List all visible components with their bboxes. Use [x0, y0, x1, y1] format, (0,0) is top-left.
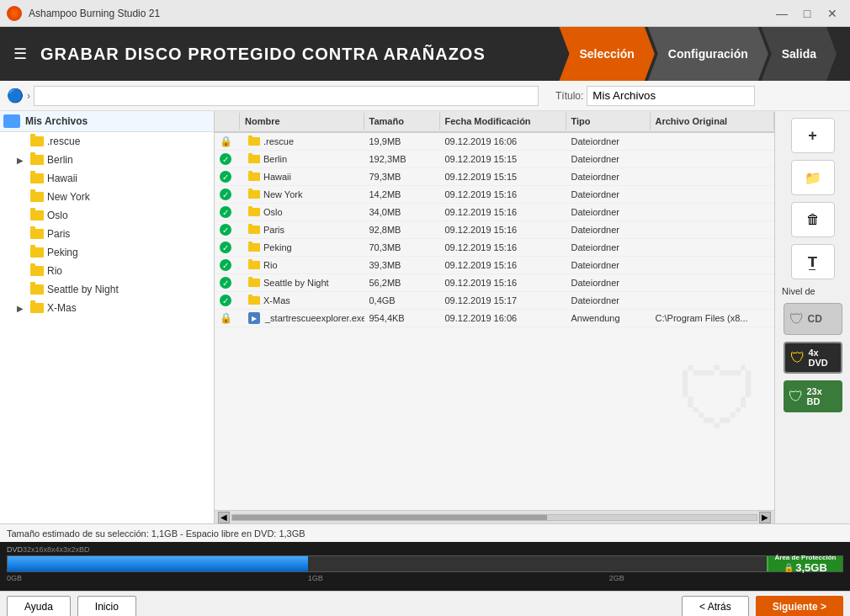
tree-label: Rio	[47, 265, 62, 277]
header-status[interactable]	[215, 113, 240, 130]
horizontal-scrollbar[interactable]: ◀ ▶	[215, 510, 774, 523]
nav-arrow: ›	[27, 90, 30, 102]
tree-item-seattle[interactable]: Seattle by Night	[0, 280, 214, 299]
file-name: Peking	[240, 239, 364, 256]
size-1gb: 1GB	[308, 574, 323, 582]
text-button[interactable]: T̲	[791, 244, 835, 279]
file-status: ✓	[215, 186, 240, 203]
expand-icon[interactable]: ▶	[17, 156, 30, 165]
titlebar-controls: — □ ✕	[771, 4, 843, 23]
table-row[interactable]: ✓ New York 14,2MB 09.12.2019 15:16 Datei…	[215, 186, 774, 204]
file-rows: 🔒 .rescue 19,9MB 09.12.2019 16:06 Dateio…	[215, 133, 774, 327]
tree-item-xmas[interactable]: ▶ X-Mas	[0, 299, 214, 317]
file-original	[651, 274, 775, 291]
folder-icon	[30, 247, 44, 258]
file-name: X-Mas	[240, 292, 364, 309]
table-row[interactable]: ✓ Hawaii 79,3MB 09.12.2019 15:15 Dateior…	[215, 168, 774, 186]
file-name: Berlin	[240, 151, 364, 167]
table-row[interactable]: ✓ X-Mas 0,4GB 09.12.2019 15:17 Dateiordn…	[215, 292, 774, 310]
title-input[interactable]	[587, 86, 755, 106]
dvd-info: 4x DVD	[809, 348, 828, 368]
progress-bar: Área de Protección 🔒 3,5GB	[7, 555, 843, 572]
expand-icon[interactable]: ▶	[17, 304, 30, 313]
status-ok-icon: ✓	[220, 206, 231, 218]
tree-item-berlin[interactable]: ▶ Berlin	[0, 151, 214, 169]
next-button[interactable]: Siguiente >	[756, 596, 843, 617]
tree-root[interactable]: Mis Archivos	[0, 111, 214, 132]
header-type[interactable]: Tipo	[566, 113, 651, 130]
add-button[interactable]: +	[791, 118, 835, 153]
trash-icon: 🗑	[806, 212, 820, 227]
tree-item-new-york[interactable]: New York	[0, 188, 214, 206]
table-row[interactable]: 🔒 .rescue 19,9MB 09.12.2019 16:06 Dateio…	[215, 133, 774, 151]
table-row[interactable]: ✓ Peking 70,3MB 09.12.2019 15:16 Dateior…	[215, 239, 774, 257]
dvd-button[interactable]: 🛡 4x DVD	[784, 342, 842, 374]
file-size: 56,2MB	[364, 274, 440, 291]
add-folder-button[interactable]: 📁	[791, 160, 835, 195]
table-row[interactable]: 🔒 ▶_startrescueexplorer.exe 954,4KB 09.1…	[215, 310, 774, 327]
file-name: New York	[240, 186, 364, 203]
file-folder-icon	[248, 279, 260, 287]
file-size: 14,2MB	[364, 186, 440, 203]
file-type: Dateiordner	[566, 186, 651, 203]
file-original	[651, 204, 775, 220]
dvd-shield-icon: 🛡	[790, 349, 805, 367]
tree-item-oslo[interactable]: Oslo	[0, 206, 214, 225]
bd-button[interactable]: 🛡 23x BD	[784, 380, 842, 412]
tab-configuracion[interactable]: Configuración	[648, 27, 768, 81]
table-row[interactable]: ✓ Seattle by Night 56,2MB 09.12.2019 15:…	[215, 274, 774, 292]
header-name[interactable]: Nombre	[240, 113, 364, 130]
titlebar-left: Ashampoo Burning Studio 21	[7, 6, 160, 21]
scroll-track[interactable]	[231, 514, 757, 521]
dvd-label: DVD	[809, 358, 828, 368]
tree-item-paris[interactable]: Paris	[0, 225, 214, 243]
tree-item-rescue[interactable]: .rescue	[0, 132, 214, 151]
file-date: 09.12.2019 15:17	[440, 292, 566, 309]
speed-bd: BD	[79, 545, 90, 554]
maximize-button[interactable]: □	[796, 4, 818, 23]
header-date[interactable]: Fecha Modificación	[440, 113, 566, 130]
file-date: 09.12.2019 15:16	[440, 257, 566, 273]
file-type: Dateiordner	[566, 204, 651, 220]
minimize-button[interactable]: —	[771, 4, 793, 23]
bd-speed: 23x	[807, 386, 822, 396]
tree-item-hawaii[interactable]: Hawaii	[0, 169, 214, 188]
status-ok-icon: ✓	[220, 295, 231, 306]
tab-salida[interactable]: Salida	[762, 27, 837, 81]
file-folder-icon	[248, 208, 260, 216]
menu-icon[interactable]: ☰	[13, 45, 27, 63]
table-row[interactable]: ✓ Oslo 34,0MB 09.12.2019 15:16 Dateiordn…	[215, 204, 774, 221]
tab-seleccion[interactable]: Selección	[559, 27, 654, 81]
table-row[interactable]: ✓ Paris 92,8MB 09.12.2019 15:16 Dateiord…	[215, 221, 774, 239]
speed-3x: 3x	[63, 545, 72, 554]
table-row[interactable]: ✓ Rio 39,3MB 09.12.2019 15:16 Dateiordne…	[215, 257, 774, 274]
nav-icon: 🔵	[7, 88, 24, 104]
tree-item-peking[interactable]: Peking	[0, 243, 214, 262]
file-date: 09.12.2019 15:15	[440, 151, 566, 167]
file-name: .rescue	[240, 133, 364, 150]
back-button[interactable]: < Atrás	[682, 596, 749, 617]
file-date: 09.12.2019 15:16	[440, 186, 566, 203]
header-original[interactable]: Archivo Original	[651, 113, 775, 130]
file-name: Oslo	[240, 204, 364, 220]
tree-label: New York	[47, 191, 90, 203]
scroll-thumb[interactable]	[232, 515, 547, 520]
table-row[interactable]: ✓ Berlin 192,3MB 09.12.2019 15:15 Dateio…	[215, 151, 774, 168]
tree-item-rio[interactable]: Rio	[0, 262, 214, 280]
home-button[interactable]: Inicio	[77, 596, 136, 617]
file-size: 79,3MB	[364, 168, 440, 185]
protection-size: 3,5GB	[795, 561, 827, 574]
header-size[interactable]: Tamaño	[364, 113, 440, 130]
cd-button[interactable]: 🛡 CD	[784, 303, 842, 335]
scroll-left[interactable]: ◀	[218, 512, 230, 523]
file-size: 39,3MB	[364, 257, 440, 273]
help-button[interactable]: Ayuda	[7, 596, 71, 617]
tree-label: Peking	[47, 247, 78, 258]
file-type: Dateiordner	[566, 133, 651, 150]
close-button[interactable]: ✕	[821, 4, 843, 23]
delete-button[interactable]: 🗑	[791, 202, 835, 237]
bottom-bar: Ayuda Inicio < Atrás Siguiente >	[0, 591, 850, 616]
file-table: Nombre Tamaño Fecha Modificación Tipo Ar…	[215, 111, 774, 510]
scroll-right[interactable]: ▶	[759, 512, 771, 523]
file-type: Dateiordner	[566, 151, 651, 167]
